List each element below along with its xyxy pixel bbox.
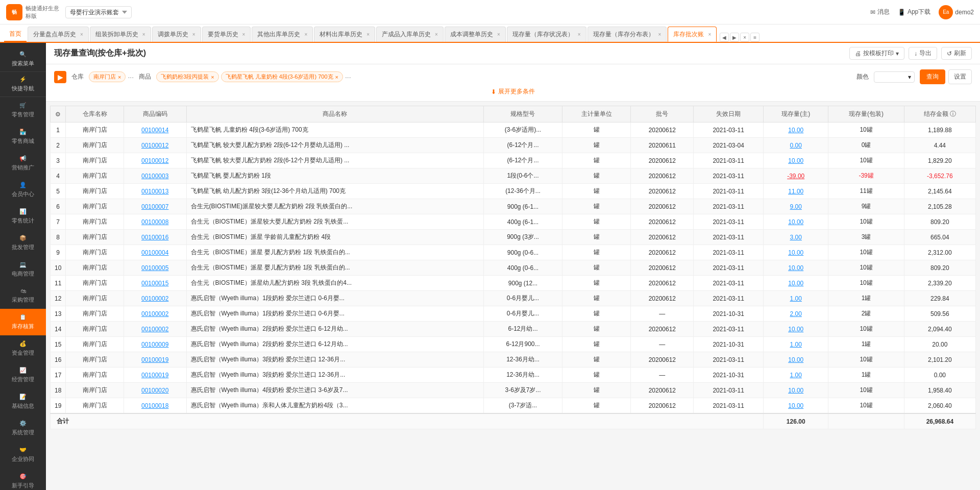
row-stock-main[interactable]: -39.00 bbox=[764, 168, 828, 184]
sidebar-item-finance[interactable]: 💰 资金管理 bbox=[0, 335, 46, 362]
close-tab-other-out[interactable]: × bbox=[304, 32, 307, 37]
breadcrumb-select[interactable]: 母婴行业演示账套 bbox=[65, 6, 132, 18]
tab-borrow[interactable]: 要货单历史 × bbox=[202, 27, 251, 42]
row-code[interactable]: 00100019 bbox=[124, 368, 186, 383]
tab-other-out[interactable]: 其他出库单历史 × bbox=[252, 27, 313, 42]
row-stock-main[interactable]: 1.00 bbox=[764, 337, 828, 352]
product-tag-0[interactable]: 飞鹤奶粉3段丙提装 × bbox=[156, 71, 219, 82]
sidebar-item-quick-nav[interactable]: ⚡ 快捷导航 bbox=[0, 72, 46, 97]
row-stock-main[interactable]: 2.00 bbox=[764, 306, 828, 322]
tab-home[interactable]: 首页 bbox=[4, 27, 27, 42]
sidebar-item-retail-stat[interactable]: 📊 零售统计 bbox=[0, 203, 46, 230]
app-download-btn[interactable]: 📱 App下载 bbox=[898, 8, 930, 16]
tab-stock-dist[interactable]: 现存量（库存分布表） × bbox=[587, 27, 667, 42]
row-code[interactable]: 00100020 bbox=[124, 383, 186, 398]
sidebar-item-retail[interactable]: 🛒 零售管理 bbox=[0, 97, 46, 124]
row-stock-main[interactable]: 10.00 bbox=[764, 276, 828, 291]
row-stock-main[interactable]: 10.00 bbox=[764, 245, 828, 260]
row-stock-main[interactable]: 10.00 bbox=[764, 153, 828, 168]
row-stock-main[interactable]: 10.00 bbox=[764, 122, 828, 138]
tab-stock-status[interactable]: 现存量（库存状况表） × bbox=[507, 27, 586, 42]
row-stock-main[interactable]: 1.00 bbox=[764, 368, 828, 383]
expand-more-btn[interactable]: ⬇ 展开更多条件 bbox=[491, 87, 535, 96]
tab-material-out[interactable]: 材料出库单历史 × bbox=[314, 27, 375, 42]
row-code[interactable]: 00100008 bbox=[124, 214, 186, 230]
remove-product-tag-0[interactable]: × bbox=[211, 74, 214, 80]
template-print-btn[interactable]: 🖨 按模板打印 ▾ bbox=[849, 47, 904, 60]
row-code[interactable]: 00100019 bbox=[124, 352, 186, 368]
sidebar-item-operations[interactable]: 📈 经营管理 bbox=[0, 362, 46, 388]
color-dropdown[interactable]: ▾ bbox=[874, 71, 915, 83]
sidebar-item-ecommerce[interactable]: 💻 电商管理 bbox=[0, 256, 46, 283]
row-code[interactable]: 00100015 bbox=[124, 276, 186, 291]
row-code[interactable]: 00100009 bbox=[124, 337, 186, 352]
query-btn[interactable]: 查询 bbox=[920, 69, 945, 84]
row-code[interactable]: 00100018 bbox=[124, 398, 186, 414]
tab-split-inventory[interactable]: 分量盘点单历史 × bbox=[28, 27, 89, 42]
close-tab-combo[interactable]: × bbox=[142, 32, 145, 37]
sidebar-item-basics[interactable]: 📝 基础信息 bbox=[0, 388, 46, 415]
warehouse-tag-0[interactable]: 南岸门店 × bbox=[89, 71, 126, 82]
sidebar-item-purchase[interactable]: 🛍 采购管理 bbox=[0, 283, 46, 309]
row-stock-main[interactable]: 10.00 bbox=[764, 214, 828, 230]
row-stock-main[interactable]: 0.00 bbox=[764, 138, 828, 153]
row-code[interactable]: 00100002 bbox=[124, 306, 186, 322]
tab-combo[interactable]: 组装拆卸单历史 × bbox=[90, 27, 151, 42]
row-stock-main[interactable]: 3.00 bbox=[764, 230, 828, 245]
close-tab-borrow[interactable]: × bbox=[242, 32, 246, 37]
row-stock-main[interactable]: 10.00 bbox=[764, 398, 828, 414]
tab-prev-btn[interactable]: ◀ bbox=[720, 33, 729, 42]
product-tag-1[interactable]: 飞鹤星飞帆 儿童奶粉 4段(3-6岁适用) 700克 × bbox=[221, 71, 343, 82]
remove-product-tag-1[interactable]: × bbox=[335, 74, 338, 80]
sidebar-item-corp-collab[interactable]: 🤝 企业协同 bbox=[0, 442, 46, 468]
row-code[interactable]: 00100014 bbox=[124, 122, 186, 138]
row-code[interactable]: 00100012 bbox=[124, 153, 186, 168]
sidebar-item-member[interactable]: 👤 会员中心 bbox=[0, 177, 46, 203]
sidebar-item-inventory[interactable]: 📋 库存核算 bbox=[0, 309, 46, 335]
row-code[interactable]: 00100012 bbox=[124, 138, 186, 153]
export-btn[interactable]: ↓ 导出 bbox=[909, 47, 937, 60]
close-tab-product-in[interactable]: × bbox=[435, 32, 438, 37]
close-tab-cost-adjust[interactable]: × bbox=[497, 32, 500, 37]
close-tab-batch-voucher[interactable]: × bbox=[708, 32, 711, 37]
row-code[interactable]: 00100013 bbox=[124, 184, 186, 199]
row-code[interactable]: 00100002 bbox=[124, 291, 186, 306]
row-stock-main[interactable]: 9.00 bbox=[764, 199, 828, 214]
warehouse-dots[interactable]: ··· bbox=[128, 73, 134, 81]
row-code[interactable]: 00100004 bbox=[124, 245, 186, 260]
row-code[interactable]: 00100007 bbox=[124, 199, 186, 214]
row-code[interactable]: 00100002 bbox=[124, 322, 186, 337]
row-code[interactable]: 00100016 bbox=[124, 230, 186, 245]
tab-batch-voucher[interactable]: 库存批次账 × bbox=[668, 27, 717, 42]
th-gear[interactable]: ⚙ bbox=[51, 106, 66, 122]
row-stock-main[interactable]: 10.00 bbox=[764, 260, 828, 276]
product-dots[interactable]: ··· bbox=[345, 73, 351, 81]
row-stock-main[interactable]: 10.00 bbox=[764, 352, 828, 368]
tab-close-btn[interactable]: × bbox=[740, 33, 749, 42]
close-tab-stock-status[interactable]: × bbox=[578, 32, 581, 37]
sidebar-item-retail-mall[interactable]: 🏪 零售商城 bbox=[0, 124, 46, 150]
settings-btn[interactable]: 设置 bbox=[948, 69, 972, 84]
tab-cost-adjust[interactable]: 成本调整单历史 × bbox=[445, 27, 506, 42]
sidebar-item-marketing[interactable]: 📢 营销推广 bbox=[0, 150, 46, 177]
message-btn[interactable]: ✉ 消息 bbox=[870, 8, 890, 16]
tab-next-btn[interactable]: ▶ bbox=[730, 33, 739, 42]
row-code[interactable]: 00100005 bbox=[124, 260, 186, 276]
row-stock-main[interactable]: 10.00 bbox=[764, 322, 828, 337]
sidebar-item-new-guide[interactable]: 🎯 新手引导 bbox=[0, 468, 46, 490]
row-code[interactable]: 00100003 bbox=[124, 168, 186, 184]
row-stock-main[interactable]: 1.00 bbox=[764, 291, 828, 306]
sidebar-item-wholesale[interactable]: 📦 批发管理 bbox=[0, 230, 46, 256]
close-tab-stock-dist[interactable]: × bbox=[658, 32, 662, 37]
close-tab-mix[interactable]: × bbox=[192, 32, 195, 37]
sidebar-item-system[interactable]: ⚙️ 系统管理 bbox=[0, 415, 46, 442]
filter-expand-btn[interactable]: ▶ bbox=[54, 71, 66, 83]
close-tab-material-out[interactable]: × bbox=[366, 32, 370, 37]
tab-product-in[interactable]: 产成品入库单历史 × bbox=[376, 27, 444, 42]
sidebar-item-search[interactable]: 🔍 搜索菜单 bbox=[0, 47, 46, 72]
refresh-btn[interactable]: ↺ 刷新 bbox=[941, 47, 972, 60]
tab-menu-btn[interactable]: ≡ bbox=[750, 33, 760, 42]
tab-mix[interactable]: 调拨单历史 × bbox=[152, 27, 201, 42]
row-stock-main[interactable]: 11.00 bbox=[764, 184, 828, 199]
close-tab-split[interactable]: × bbox=[80, 32, 83, 37]
